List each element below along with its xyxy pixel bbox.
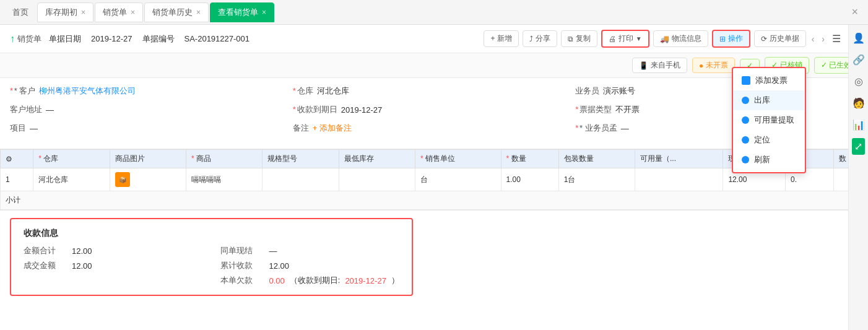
payment-info-box: 收款信息 金额合计 12.00 同单现结 — 成交金额 12.00 累计收款 1…	[10, 218, 413, 296]
owed-row: 本单欠款 0.00 （收款到期日: 2019-12-27 ）	[220, 275, 399, 286]
form-row-1: * * 客户 柳州粤港平安气体有限公司 *仓库 河北仓库 业务员 演示账号	[10, 85, 858, 97]
tab-close-sales[interactable]: ×	[131, 8, 135, 17]
col-min-stock: 最低库存	[339, 150, 415, 168]
locate-icon	[742, 136, 749, 144]
dropdown-locate[interactable]: 定位	[733, 130, 805, 150]
tab-inventory[interactable]: 库存期初 ×	[37, 2, 93, 22]
history-icon: ⟳	[761, 35, 767, 43]
doc-date-label: 单据日期	[49, 33, 81, 45]
cumulative-row: 累计收款 12.00	[220, 260, 399, 271]
cell-num: 1	[1, 168, 33, 191]
print-button[interactable]: 🖨 打印 ▼	[601, 30, 649, 48]
tab-close-inventory[interactable]: ×	[81, 8, 85, 17]
product-image: 📦	[115, 172, 130, 187]
dropdown-available-qty[interactable]: 可用量提取	[733, 110, 805, 130]
print-arrow: ▼	[636, 35, 642, 42]
doc-type-label: 销货单	[17, 33, 41, 45]
tab-sales-history[interactable]: 销货单历史 ×	[144, 2, 209, 22]
total-row: 金额合计 12.00	[24, 245, 202, 256]
history-button[interactable]: ⟳ 历史单据	[754, 30, 806, 47]
owed-end: ）	[391, 275, 399, 286]
copy-button[interactable]: ⧉ 复制	[561, 30, 597, 47]
deal-label: 成交金额	[24, 260, 67, 271]
cell-qty: 1.00	[501, 168, 558, 191]
total-label: 金额合计	[24, 245, 67, 256]
col-available: 可用量（...	[635, 150, 723, 168]
cell-unit: 台	[415, 168, 501, 191]
print-icon: 🖨	[609, 35, 616, 43]
warehouse-value: 河北仓库	[317, 85, 349, 97]
tab-home[interactable]: 首页	[5, 7, 36, 18]
owed-note: （收款到期日:	[290, 275, 341, 286]
note-label: 备注	[293, 123, 309, 134]
project-label: 项目	[10, 123, 26, 134]
action-dropdown: 添加发票 出库 可用量提取 定位 刷新	[732, 67, 806, 173]
toolbar-right: + 新增 ⤴ 分享 ⧉ 复制 🖨 打印 ▼ 🚚 物流信息	[484, 30, 858, 48]
customer-value[interactable]: 柳州粤港平安气体有限公司	[39, 85, 136, 97]
cumulative-label: 累计收款	[220, 260, 264, 271]
tab-close-sales-history[interactable]: ×	[196, 8, 201, 17]
not-open-button[interactable]: ● 未开票	[692, 58, 735, 73]
doc-meta: 单据日期 2019-12-27 单据编号 SA-20191227-001	[49, 33, 250, 45]
payment-date-value: 2019-12-27	[341, 105, 383, 115]
doc-date-value: 2019-12-27	[91, 34, 132, 43]
cell-pack-qty: 1台	[558, 168, 635, 191]
doc-type-badge: ↑ 销货单	[10, 33, 41, 45]
window-close-button[interactable]: ×	[846, 6, 863, 19]
sales-order-icon: ↑	[10, 33, 15, 45]
tab-sales[interactable]: 销货单 ×	[95, 2, 143, 22]
form-row-3: 项目 — 备注 + 添加备注 * * 业务员孟 —	[10, 123, 858, 134]
tab-view-sales[interactable]: 查看销货单 ×	[210, 2, 274, 22]
available-qty-label: 可用量提取	[754, 115, 794, 126]
available-qty-icon	[742, 116, 749, 124]
tab-close-view-sales[interactable]: ×	[262, 8, 266, 17]
doc-header: ↑ 销货单 单据日期 2019-12-27 单据编号 SA-20191227-0…	[0, 25, 868, 53]
cumulative-value: 12.00	[269, 261, 289, 271]
new-button[interactable]: + 新增	[484, 30, 518, 47]
cell-warehouse: 河北仓库	[33, 168, 110, 191]
sidebar-table-icon[interactable]: 📊	[850, 116, 867, 133]
sidebar-account-icon[interactable]: 🧑	[850, 95, 867, 111]
next-arrow[interactable]: ›	[820, 34, 827, 44]
copy-icon: ⧉	[568, 35, 573, 43]
phone-icon: 📱	[639, 61, 648, 70]
list-view-icon[interactable]: ☰	[830, 33, 843, 45]
form-row-2: 客户地址 — *收款到期日 2019-12-27 *票据类型 不开票	[10, 104, 858, 115]
col-unit: * 销售单位	[415, 150, 501, 168]
prev-arrow[interactable]: ‹	[810, 34, 817, 44]
from-phone-button[interactable]: 📱 来自手机	[632, 58, 687, 73]
salesperson-value: 演示账号	[603, 85, 635, 97]
note-field: 备注 + 添加备注	[293, 123, 576, 134]
salesperson2-field: * * 业务员孟 —	[575, 123, 858, 134]
cell-product: 嗝嗝嗝嗝	[186, 168, 262, 191]
tab-bar: 首页 库存期初 × 销货单 × 销货单历史 × 查看销货单 × ×	[0, 0, 868, 25]
dropdown-outbound[interactable]: 出库	[733, 90, 805, 110]
col-settings: ⚙	[1, 150, 33, 168]
payment-date-field: *收款到期日 2019-12-27	[293, 104, 576, 115]
add-invoice-icon	[742, 76, 750, 85]
sidebar-user-icon[interactable]: 👤	[850, 30, 867, 46]
col-qty: * 数量	[501, 150, 558, 168]
payment-title: 收款信息	[24, 228, 399, 239]
col-warehouse: * 仓库	[33, 150, 110, 168]
sidebar-expand-icon[interactable]: ⤢	[852, 138, 865, 155]
grid-icon: ⊞	[719, 35, 726, 43]
salesperson2-value: —	[621, 124, 629, 133]
ticket-type-value: 不开票	[615, 104, 640, 115]
project-value: —	[30, 124, 38, 133]
logistics-button[interactable]: 🚚 物流信息	[653, 30, 708, 47]
share-button[interactable]: ⤴ 分享	[523, 30, 557, 47]
cell-image: 📦	[110, 168, 186, 191]
warehouse-label: *仓库	[293, 85, 313, 97]
ticket-type-label: *票据类型	[575, 104, 612, 115]
salesperson-field: 业务员 演示账号	[575, 85, 858, 97]
dropdown-refresh[interactable]: 刷新	[733, 150, 805, 170]
col-product: * 商品	[186, 150, 262, 168]
sidebar-circle-icon[interactable]: ◎	[852, 73, 866, 90]
action-button[interactable]: ⊞ 操作	[712, 30, 750, 48]
add-invoice-label: 添加发票	[755, 75, 788, 86]
dropdown-add-invoice[interactable]: 添加发票	[733, 71, 805, 90]
check-circle2-icon: ✓	[821, 61, 827, 69]
add-note-button[interactable]: + 添加备注	[313, 123, 352, 134]
sidebar-link-icon[interactable]: 🔗	[850, 51, 867, 68]
